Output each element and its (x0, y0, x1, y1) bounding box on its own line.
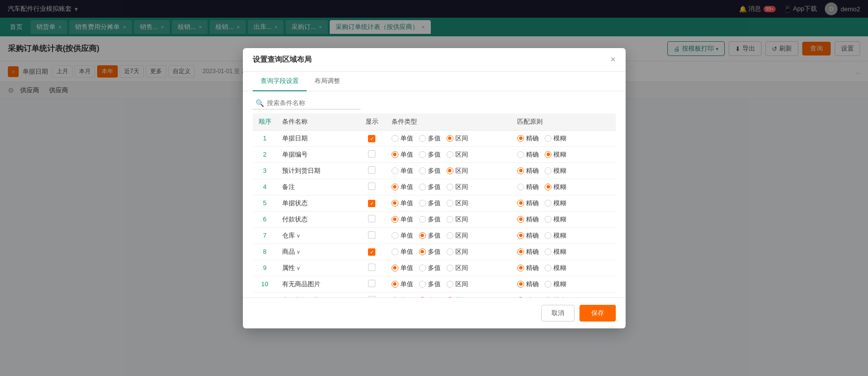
settings-modal: 设置查询区域布局 × 查询字段设置 布局调整 🔍 顺序 (243, 48, 626, 100)
modal-tabs: 查询字段设置 布局调整 (243, 72, 626, 91)
search-icon: 🔍 (256, 99, 264, 100)
modal-overlay: 设置查询区域布局 × 查询字段设置 布局调整 🔍 顺序 (0, 0, 868, 99)
modal-header: 设置查询区域布局 × (243, 48, 626, 72)
modal-close-button[interactable]: × (610, 55, 616, 64)
search-row: 🔍 (243, 91, 626, 100)
search-input-wrap: 🔍 (253, 97, 361, 100)
modal-tab-layout[interactable]: 布局调整 (307, 72, 348, 91)
modal-tab-fields[interactable]: 查询字段设置 (253, 72, 307, 91)
modal-title: 设置查询区域布局 (253, 55, 312, 64)
modal-tab-layout-label: 布局调整 (315, 77, 340, 84)
modal-tab-fields-label: 查询字段设置 (261, 77, 299, 84)
